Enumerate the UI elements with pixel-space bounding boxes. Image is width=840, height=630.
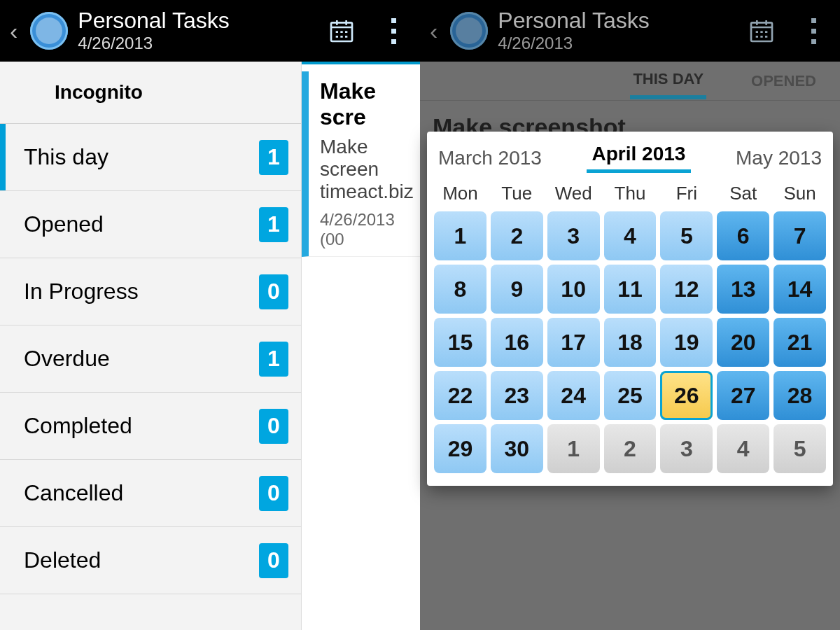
filter-label: Overdue	[24, 346, 110, 372]
calendar-day[interactable]: 19	[660, 318, 713, 367]
calendar-day[interactable]: 6	[717, 211, 769, 260]
calendar-day[interactable]: 15	[434, 318, 486, 367]
calendar-day[interactable]: 4	[604, 211, 657, 260]
filter-count: 1	[259, 342, 288, 377]
calendar-dow: Sat	[717, 180, 769, 207]
filter-label: Completed	[24, 413, 132, 439]
action-bar: ‹ Personal Tasks 4/26/2013	[0, 0, 420, 62]
filter-count: 0	[259, 274, 288, 309]
calendar-day-today[interactable]: 26	[660, 371, 713, 420]
filter-label: This day	[24, 144, 108, 170]
calendar-day[interactable]: 12	[660, 265, 713, 314]
calendar-dow: Fri	[660, 180, 713, 207]
app-logo[interactable]	[30, 12, 68, 50]
calendar-day[interactable]: 1	[547, 424, 600, 473]
calendar-day[interactable]: 3	[660, 424, 713, 473]
calendar-day[interactable]: 29	[434, 424, 486, 473]
filter-label: In Progress	[24, 279, 139, 304]
filter-overdue[interactable]: Overdue 1	[0, 326, 301, 393]
action-bar: ‹ Personal Tasks 4/26/2013	[420, 0, 840, 62]
filter-this-day[interactable]: This day 1	[0, 124, 301, 191]
task-list[interactable]: Make scre Make screen timeact.biz 4/26/2…	[301, 62, 420, 630]
filter-count: 0	[259, 476, 288, 511]
calendar-dow: Thu	[604, 180, 657, 207]
back-icon[interactable]: ‹	[430, 19, 440, 43]
calendar-day[interactable]: 7	[774, 211, 826, 260]
prev-month-button[interactable]: March 2013	[438, 147, 542, 169]
calendar-day[interactable]: 22	[434, 371, 486, 420]
app-logo[interactable]	[450, 12, 488, 50]
next-month-button[interactable]: May 2013	[736, 147, 822, 169]
calendar-day[interactable]: 2	[491, 211, 543, 260]
calendar-day[interactable]: 3	[547, 211, 600, 260]
calendar-day[interactable]: 9	[491, 265, 543, 314]
calendar-day[interactable]: 30	[491, 424, 543, 473]
filter-in-progress[interactable]: In Progress 0	[0, 258, 301, 326]
calendar-day[interactable]: 28	[774, 371, 826, 420]
filter-label: Deleted	[24, 547, 101, 573]
filter-sidebar: Incognito This day 1 Opened 1 In Progres…	[0, 62, 301, 630]
calendar-dow: Sun	[774, 180, 826, 207]
filter-count: 0	[259, 409, 288, 444]
calendar-day[interactable]: 10	[547, 265, 600, 314]
calendar-dow: Mon	[434, 180, 486, 207]
month-switcher: March 2013 April 2013 May 2013	[434, 140, 826, 180]
task-desc: Make screen timeact.biz	[320, 136, 420, 203]
calendar-day[interactable]: 16	[491, 318, 543, 367]
calendar-day[interactable]: 23	[491, 371, 543, 420]
filter-completed[interactable]: Completed 0	[0, 393, 301, 460]
calendar-day[interactable]: 2	[604, 424, 657, 473]
current-month: April 2013	[587, 143, 692, 173]
filter-deleted[interactable]: Deleted 0	[0, 527, 301, 594]
filter-label: Cancelled	[24, 480, 123, 506]
calendar-icon[interactable]	[745, 14, 778, 48]
calendar-grid: MonTueWedThuFriSatSun1234567891011121314…	[434, 180, 826, 473]
overflow-menu-icon[interactable]	[797, 14, 830, 48]
page-subtitle: 4/26/2013	[498, 34, 649, 53]
calendar-day[interactable]: 5	[774, 424, 826, 473]
filter-count: 0	[259, 543, 288, 578]
task-title: Make scre	[320, 78, 420, 130]
title-block: Personal Tasks 4/26/2013	[498, 8, 649, 52]
calendar-day[interactable]: 17	[547, 318, 600, 367]
page-title: Personal Tasks	[78, 8, 229, 33]
page-title: Personal Tasks	[498, 8, 649, 33]
calendar-icon[interactable]	[325, 14, 358, 48]
title-block: Personal Tasks 4/26/2013	[78, 8, 229, 52]
screenshot-right: ‹ Personal Tasks 4/26/2013 THIS DAY OPEN…	[420, 0, 840, 630]
filter-count: 1	[259, 207, 288, 242]
filter-count: 1	[259, 140, 288, 175]
calendar-day[interactable]: 27	[717, 371, 769, 420]
calendar-day[interactable]: 21	[774, 318, 826, 367]
calendar-day[interactable]: 13	[717, 265, 769, 314]
calendar-day[interactable]: 11	[604, 265, 657, 314]
calendar-dow: Wed	[547, 180, 600, 207]
calendar-day[interactable]: 5	[660, 211, 713, 260]
filter-cancelled[interactable]: Cancelled 0	[0, 460, 301, 527]
calendar-day[interactable]: 14	[774, 265, 826, 314]
overflow-menu-icon[interactable]	[377, 14, 410, 48]
calendar-day[interactable]: 25	[604, 371, 657, 420]
task-date: 4/26/2013 (00	[320, 210, 420, 249]
page-subtitle: 4/26/2013	[78, 34, 229, 53]
filter-opened[interactable]: Opened 1	[0, 191, 301, 258]
back-icon[interactable]: ‹	[10, 19, 20, 43]
calendar-day[interactable]: 20	[717, 318, 769, 367]
calendar-day[interactable]: 8	[434, 265, 486, 314]
filter-label: Opened	[24, 211, 104, 237]
calendar-day[interactable]: 18	[604, 318, 657, 367]
task-item[interactable]: Make scre Make screen timeact.biz 4/26/2…	[302, 71, 420, 257]
calendar-dow: Tue	[491, 180, 543, 207]
calendar-day[interactable]: 1	[434, 211, 486, 260]
calendar-day[interactable]: 24	[547, 371, 600, 420]
screenshot-left: ‹ Personal Tasks 4/26/2013 Incognito Thi…	[0, 0, 420, 630]
date-picker-dialog: March 2013 April 2013 May 2013 MonTueWed…	[427, 132, 833, 486]
calendar-day[interactable]: 4	[717, 424, 769, 473]
sidebar-title: Incognito	[0, 62, 301, 124]
